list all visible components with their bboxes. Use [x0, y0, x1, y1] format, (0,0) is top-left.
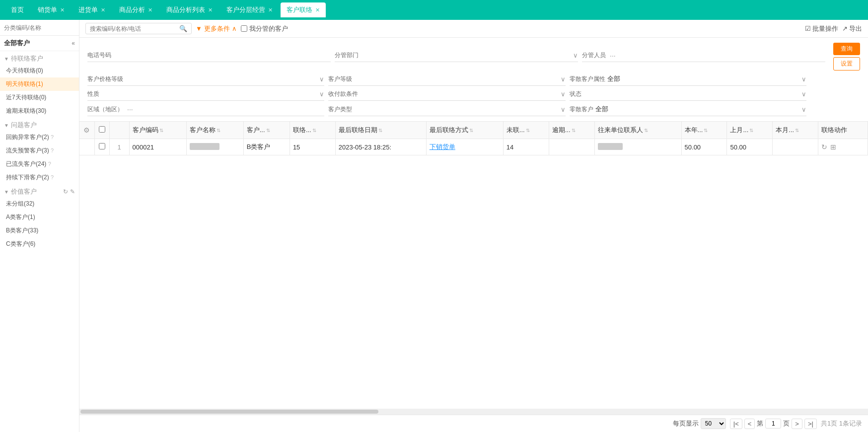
sidebar-item-overdue[interactable]: 逾期未联络(30): [0, 104, 79, 118]
nav-tab-2[interactable]: 商品分析✕: [113, 2, 158, 17]
page-size-select[interactable]: 50 100 200: [701, 418, 726, 429]
nav-tab-3[interactable]: 商品分析列表✕: [160, 2, 218, 17]
sidebar-item-purchase-abnormal[interactable]: 回购异常客户(2) ?: [0, 131, 79, 144]
last-date-sort-icon[interactable]: ⇅: [378, 128, 382, 133]
name-sort-icon[interactable]: ⇅: [217, 128, 220, 133]
query-button[interactable]: 查询: [833, 43, 860, 55]
action-refresh-icon[interactable]: ↻: [821, 143, 827, 151]
export-button[interactable]: ↗ 导出: [842, 24, 862, 33]
first-page-button[interactable]: |<: [730, 419, 742, 429]
filter-panel: 电话号码 分管部门 ∨ 分管人员 ··· 查询 设置: [79, 38, 868, 122]
person-dots-icon[interactable]: ···: [608, 52, 618, 60]
row-checkbox[interactable]: [99, 143, 105, 149]
top-nav: 首页 销货单✕ 进货单✕ 商品分析✕ 商品分析列表✕ 客户分层经营✕ 客户联络✕: [0, 0, 868, 20]
th-action: 联络动作: [818, 122, 868, 139]
close-tab-1-icon[interactable]: ✕: [101, 7, 105, 13]
nav-tab-1[interactable]: 进货单✕: [72, 2, 111, 17]
sidebar-search-input[interactable]: [4, 24, 78, 31]
close-tab-4-icon[interactable]: ✕: [268, 7, 273, 13]
sidebar-item-c-class[interactable]: C类客户(6): [0, 237, 79, 251]
toolbar-search-icon[interactable]: 🔍: [179, 25, 187, 32]
filter-retail-customer[interactable]: 零散客户 全部 ∨: [570, 105, 806, 116]
uncontact-sort-icon[interactable]: ⇅: [526, 128, 530, 133]
action-grid-icon[interactable]: ⊞: [830, 143, 836, 151]
sidebar-item-lost[interactable]: 已流失客户(24) ?: [0, 157, 79, 171]
filter-row-2: 客户价格等级 ∨ 客户等级 ∨ 零散客户属性 全部 ∨: [87, 74, 860, 86]
filter-retail-attr[interactable]: 零散客户属性 全部 ∨: [570, 74, 806, 86]
pending-arrow-icon: ▼: [4, 56, 9, 62]
sidebar-item-b-class[interactable]: B类客户(33): [0, 224, 79, 237]
sidebar-item-tomorrow[interactable]: 明天待联络(1): [0, 77, 79, 91]
sidebar-item-7days[interactable]: 近7天待联络(0): [0, 91, 79, 104]
filter-customer-type[interactable]: 客户类型 ∨: [328, 105, 565, 116]
sidebar-group-problem: ▼ 问题客户: [0, 118, 79, 131]
th-last-month: 上月... ⇅: [727, 122, 773, 139]
table-wrapper: ⚙ 客户编码 ⇅: [79, 122, 868, 409]
settings-button[interactable]: 设置: [833, 57, 860, 71]
toolbar-search-container: 🔍: [85, 23, 192, 34]
page-size-label: 每页显示: [673, 419, 699, 428]
filter-person[interactable]: 分管人员 ···: [582, 51, 825, 62]
row-action-cell: ↻ ⊞: [818, 139, 868, 155]
unit-contacts-sort-icon[interactable]: ⇅: [644, 128, 648, 133]
type-sort-icon[interactable]: ⇅: [266, 128, 270, 133]
code-sort-icon[interactable]: ⇅: [159, 128, 163, 133]
search-input[interactable]: [90, 25, 179, 32]
last-method-link[interactable]: 下销货单: [430, 143, 455, 150]
last-method-sort-icon[interactable]: ⇅: [469, 128, 473, 133]
this-month-sort-icon[interactable]: ⇅: [795, 128, 799, 133]
region-dots-icon[interactable]: ···: [125, 105, 135, 113]
sidebar-item-ungrouped[interactable]: 未分组(32): [0, 197, 79, 211]
this-year-sort-icon[interactable]: ⇅: [704, 128, 708, 133]
row-last-month-cell: 50.00: [727, 139, 773, 155]
batch-op-button[interactable]: ☑ 批量操作: [805, 24, 838, 33]
sidebar-item-today[interactable]: 今天待联络(0): [0, 64, 79, 77]
filter-region[interactable]: 区域（地区） ···: [87, 105, 324, 116]
sidebar-group-pending: ▼ 待联络客户: [0, 51, 79, 64]
my-customers-toggle[interactable]: 我分管的客户: [241, 24, 288, 33]
row-name-cell: [186, 139, 243, 155]
filter-actions: 查询 设置: [833, 43, 860, 71]
last-page-button[interactable]: >|: [804, 419, 817, 429]
sidebar-item-a-class[interactable]: A类客户(1): [0, 211, 79, 224]
sidebar-item-declining[interactable]: 持续下滑客户(2) ?: [0, 171, 79, 184]
page-number-input[interactable]: [765, 419, 781, 429]
filter-price-level[interactable]: 客户价格等级 ∨: [87, 75, 324, 86]
table-scroll-bar[interactable]: [79, 409, 868, 415]
th-index: [109, 122, 129, 139]
prev-page-button[interactable]: <: [744, 419, 755, 429]
close-tab-3-icon[interactable]: ✕: [208, 7, 213, 13]
sidebar-collapse-icon[interactable]: «: [72, 40, 75, 47]
nav-home[interactable]: 首页: [5, 2, 30, 17]
th-checkbox: [94, 122, 109, 139]
filter-payment[interactable]: 收付款条件 ∨: [328, 90, 565, 101]
gear-settings-icon[interactable]: ⚙: [83, 126, 90, 134]
my-customers-checkbox[interactable]: [241, 25, 247, 32]
filter-nature[interactable]: 性质 ∨: [87, 90, 324, 101]
overdue-sort-icon[interactable]: ⇅: [572, 128, 576, 133]
phone-input[interactable]: [120, 52, 331, 59]
value-edit-icon[interactable]: ✎: [70, 188, 75, 195]
next-page-button[interactable]: >: [792, 419, 802, 429]
select-all-checkbox[interactable]: [99, 126, 105, 133]
nav-tab-0[interactable]: 销货单✕: [32, 2, 71, 17]
scroll-thumb[interactable]: [80, 410, 378, 414]
th-this-month: 本月... ⇅: [773, 122, 818, 139]
sidebar-item-loss-warning[interactable]: 流失预警客户(3) ?: [0, 144, 79, 157]
nav-tab-5[interactable]: 客户联络✕: [281, 2, 326, 17]
value-refresh-icon[interactable]: ↻: [63, 188, 68, 195]
filter-dept[interactable]: 分管部门 ∨: [335, 51, 578, 62]
nav-tab-4[interactable]: 客户分层经营✕: [220, 2, 279, 17]
th-name: 客户名称 ⇅: [186, 122, 243, 139]
close-tab-2-icon[interactable]: ✕: [148, 7, 152, 13]
close-tab-0-icon[interactable]: ✕: [60, 7, 65, 13]
filter-customer-level[interactable]: 客户等级 ∨: [328, 75, 565, 86]
th-code: 客户编码 ⇅: [129, 122, 186, 139]
last-month-sort-icon[interactable]: ⇅: [749, 128, 753, 133]
filter-more-button[interactable]: ▼ 更多条件 ∧: [196, 24, 237, 33]
sidebar-search-container: 🔍: [0, 20, 79, 36]
filter-status[interactable]: 状态 ∨: [570, 90, 806, 101]
customer-type-chevron-icon: ∨: [561, 106, 566, 113]
contacts-sort-icon[interactable]: ⇅: [312, 128, 316, 133]
close-tab-5-icon[interactable]: ✕: [315, 7, 320, 13]
